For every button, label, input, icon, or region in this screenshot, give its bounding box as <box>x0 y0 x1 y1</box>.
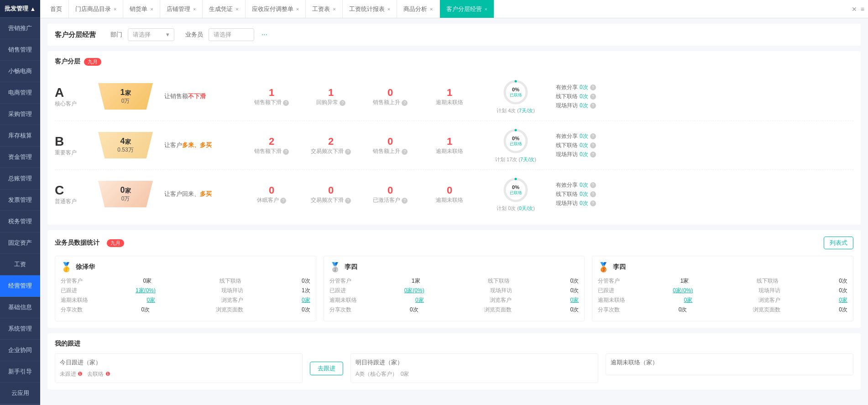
sidebar-item-新手引导[interactable]: 新手引导 <box>0 361 40 383</box>
customer-section-header: 客户分层 九月 <box>55 58 853 66</box>
more-filter-icon[interactable]: ··· <box>261 31 267 39</box>
tier-right-stats-B: 有效分享0次 ? 线下联络0次 ? 现场拜访0次 ? <box>552 132 625 158</box>
followup-title: 我的跟进 <box>55 340 853 348</box>
tier-circle-B: 0% 已联络 计划 17次 (7天/次) <box>479 127 552 163</box>
sales-select[interactable]: 请选择 <box>209 28 254 41</box>
sales-placeholder: 请选择 <box>214 31 231 38</box>
sidebar-item-云应用[interactable]: 云应用 <box>0 383 40 404</box>
tab-close-icon[interactable]: × <box>235 6 238 12</box>
biz-title: 业务员数据统计 <box>55 239 99 247</box>
dept-placeholder: 请选择 <box>133 31 151 38</box>
tab-close-icon[interactable]: × <box>333 6 335 12</box>
tab-close-icon[interactable]: × <box>150 6 153 12</box>
biz-month-badge: 九月 <box>107 239 124 247</box>
tier-circle-C: 0% 已联络 计划 0次 (0天/次) <box>479 176 552 212</box>
tier-stat4-C: 0 逾期未联络 <box>420 184 479 204</box>
sidebar-brand[interactable]: 批发管理 ▲ <box>0 0 40 18</box>
tier-stat1-C: 0 休眠客户 ? <box>242 184 301 204</box>
tier-stat3-C: 0 已激活客户 ? <box>361 184 420 204</box>
tier-stat4-B: 1 逾期未联络 <box>420 136 479 155</box>
sp-header: 🥈 李四 <box>329 262 579 273</box>
tab-close-icon[interactable]: × <box>485 6 487 12</box>
today-sub: 未跟进 ❶ 去联络 ❶ <box>60 370 298 378</box>
tier-stat2-C: 0 交易频次下滑 ? <box>301 184 361 204</box>
tab-客户分层经营[interactable]: 客户分层经营× <box>440 0 494 18</box>
customer-section: 客户分层 九月 A 核心客户 1家 0万 让销售额不下滑 1 销售额下滑 ? 1… <box>47 51 861 225</box>
sidebar-item-经营管理[interactable]: 经营管理 <box>0 275 40 297</box>
tier-action-C: 让客户回来、多买 <box>160 190 242 198</box>
sidebar-item-发票管理[interactable]: 发票管理 <box>0 189 40 211</box>
dept-select[interactable]: 请选择 ▾ <box>128 28 174 41</box>
tab-商品分析[interactable]: 商品分析× <box>397 0 439 18</box>
sidebar-item-基础信息[interactable]: 基础信息 <box>0 297 40 318</box>
tier-row-B: B 重要客户 4家 0.53万 让客户多来、多买 2 销售额下滑 ? 2 交易频… <box>55 121 853 170</box>
list-view-button[interactable]: 列表式 <box>824 237 853 249</box>
main-area: 首页门店商品目录×销货单×店铺管理×生成凭证×应收应付调整单×工资表×工资统计报… <box>40 0 868 405</box>
tab-首页[interactable]: 首页 <box>44 0 69 18</box>
tier-count-B: 4家 0.53万 <box>91 132 160 158</box>
sidebar-item-固定资产[interactable]: 固定资产 <box>0 232 40 254</box>
sidebar-item-资金管理[interactable]: 资金管理 <box>0 147 40 168</box>
tab-生成凭证[interactable]: 生成凭证× <box>203 0 245 18</box>
tab-店铺管理[interactable]: 店铺管理× <box>160 0 203 18</box>
salesperson-card-0: 🥇 徐泽华 分管客户 0家 线下联络 0次 已跟进 1家(0%) 现场拜访 1次… <box>55 256 316 321</box>
sidebar-item-企业协同[interactable]: 企业协同 <box>0 340 40 361</box>
sp-medal-icon: 🥉 <box>598 262 609 273</box>
tier-stat3-A: 0 销售额上升 ? <box>361 87 420 106</box>
sidebar-item-库存核算[interactable]: 库存核算 <box>0 125 40 147</box>
sp-stat-row: 逾期未联络 0家 浏览客户 0家 <box>61 296 310 304</box>
tab-close-icon[interactable]: × <box>296 6 299 12</box>
sidebar-item-营销推广[interactable]: 营销推广 <box>0 18 40 39</box>
close-all-icon[interactable]: ✕ <box>852 5 857 13</box>
salesperson-card-1: 🥈 李四 分管客户 1家 线下联络 0次 已跟进 0家(0%) 现场拜访 0次 … <box>324 256 585 321</box>
tab-工资表[interactable]: 工资表× <box>306 0 342 18</box>
a-tier-text: A类（核心客户） 0家 <box>356 371 409 377</box>
sp-stat-row: 已跟进 1家(0%) 现场拜访 1次 <box>61 287 310 295</box>
sidebar-item-电商管理[interactable]: 电商管理 <box>0 82 40 104</box>
sp-header: 🥇 徐泽华 <box>61 262 310 273</box>
sidebar-item-销售管理[interactable]: 销售管理 <box>0 39 40 61</box>
sp-name: 李四 <box>345 263 357 271</box>
sp-stat-row: 分管客户 1家 线下联络 0次 <box>329 277 579 285</box>
tab-close-icon[interactable]: × <box>193 6 196 12</box>
tab-close-icon[interactable]: × <box>430 6 433 12</box>
sp-stat-row: 已跟进 0家(0%) 现场拜访 0次 <box>329 287 579 295</box>
tier-row-A: A 核心客户 1家 0万 让销售额不下滑 1 销售额下滑 ? 1 回购异常 ? … <box>55 72 853 121</box>
tomorrow-label: 明日待跟进（家） <box>356 358 593 367</box>
tier-count-A: 1家 0万 <box>91 83 160 110</box>
sidebar-item-税务管理[interactable]: 税务管理 <box>0 211 40 232</box>
sp-name: 李四 <box>613 263 626 271</box>
tab-销货单[interactable]: 销货单× <box>123 0 160 18</box>
tier-stat3-B: 0 销售额上升 ? <box>361 136 420 155</box>
tier-stat2-B: 2 交易频次下滑 ? <box>301 136 361 155</box>
customer-month-badge: 九月 <box>84 58 101 66</box>
tab-门店商品目录[interactable]: 门店商品目录× <box>69 0 123 18</box>
salesperson-card-2: 🥉 李四 分管客户 1家 线下联络 0次 已跟进 0家(0%) 现场拜访 0次 … <box>592 256 853 321</box>
tier-label-A: A 核心客户 <box>55 85 91 108</box>
followup-grid: 今日跟进（家） 未跟进 ❶ 去联络 ❶ 去跟进 明日待跟进（家） A类（核心客户… <box>55 353 853 383</box>
tier-action-A: 让销售额不下滑 <box>160 92 242 100</box>
go-followup-button[interactable]: 去跟进 <box>310 362 343 375</box>
tier-stat1-B: 2 销售额下滑 ? <box>242 136 301 155</box>
tier-label-C: C 普通客户 <box>55 183 91 205</box>
dept-arrow-icon: ▾ <box>166 31 169 38</box>
sidebar-item-采购管理[interactable]: 采购管理 <box>0 104 40 125</box>
tier-stat4-A: 1 逾期未联络 <box>420 87 479 106</box>
sidebar-item-小畅电商[interactable]: 小畅电商 <box>0 61 40 82</box>
tab-menu-icon[interactable]: ≡ <box>861 5 864 13</box>
tab-工资统计报表[interactable]: 工资统计报表× <box>343 0 397 18</box>
tab-应收应付调整单[interactable]: 应收应付调整单× <box>246 0 306 18</box>
today-label: 今日跟进（家） <box>60 358 298 367</box>
tab-close-icon[interactable]: × <box>114 6 116 12</box>
sidebar-item-工资[interactable]: 工资 <box>0 254 40 275</box>
sp-stat-row: 分管客户 0家 线下联络 0次 <box>61 277 310 285</box>
tab-close-icon[interactable]: × <box>387 6 390 12</box>
sidebar-item-总账管理[interactable]: 总账管理 <box>0 168 40 189</box>
tier-stat1-A: 1 销售额下滑 ? <box>242 87 301 106</box>
sidebar-brand-text: 批发管理 <box>5 5 28 13</box>
sp-medal-icon: 🥈 <box>329 262 341 273</box>
content-area: 客户分层经营 部门 请选择 ▾ 业务员 请选择 ··· 客户分层 九月 A 核心… <box>40 18 868 405</box>
sidebar-item-系统管理[interactable]: 系统管理 <box>0 318 40 340</box>
sp-stat-row: 已跟进 0家(0%) 现场拜访 0次 <box>598 287 847 295</box>
dept-label: 部门 <box>110 31 122 39</box>
